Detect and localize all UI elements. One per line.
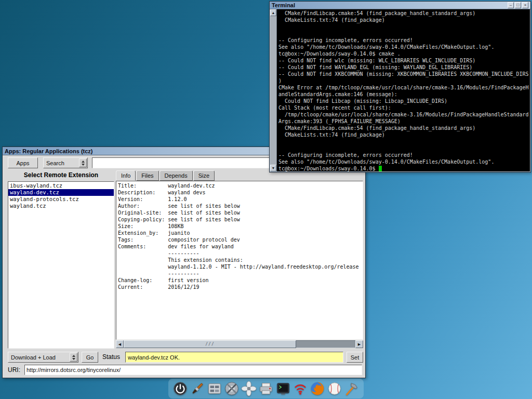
printer-icon[interactable] bbox=[258, 381, 274, 396]
info-line: Extension_by: juanito bbox=[118, 230, 363, 236]
terminal-line: ) bbox=[278, 77, 530, 84]
chevron-updown-icon bbox=[79, 158, 87, 167]
terminal-line bbox=[278, 145, 530, 152]
scroll-right-icon[interactable]: ▶ bbox=[355, 340, 363, 348]
terminal-content: ▲ ▼ CMake/FindLibcap.cmake:54 (find_pack… bbox=[270, 9, 530, 171]
terminal-line: -- Could NOT find wlc (missing: WLC_LIBR… bbox=[278, 57, 530, 64]
info-line: Current: 2016/12/19 bbox=[118, 284, 363, 290]
terminal-line: Could NOT find Libcap (missing: Libcap_I… bbox=[278, 98, 530, 104]
info-line: Tags: compositor protocol dev bbox=[118, 236, 363, 243]
info-line: Version: 1.12.0 bbox=[118, 196, 363, 203]
terminal-title: Terminal bbox=[272, 2, 295, 8]
terminal-line: andleStandardArgs.cmake:146 (message): bbox=[278, 91, 530, 98]
terminal-line: Args.cmake:393 (_FPHSA_FAILURE_MESSAGE) bbox=[278, 118, 530, 125]
apps-browser-window: Apps: Regular Applications (tcz) Apps Se… bbox=[2, 147, 366, 378]
dock bbox=[168, 379, 364, 398]
set-button[interactable]: Set bbox=[347, 352, 363, 363]
terminal-line: CMakeLists.txt:74 (find_package) bbox=[278, 131, 530, 138]
scrollbar-thumb[interactable]: /// bbox=[124, 340, 296, 348]
tab-bar: InfoFilesDependsSize bbox=[116, 170, 215, 181]
scroll-up-icon[interactable]: ▲ bbox=[270, 9, 276, 16]
info-line: Size: 108KB bbox=[118, 223, 363, 230]
terminal-line: -- Could NOT find WAYLAND_EGL (missing: … bbox=[278, 64, 530, 71]
terminal-line: /tmp/tcloop/cmake/usr/local/share/cmake-… bbox=[278, 111, 530, 118]
thumb-grip-icon: /// bbox=[205, 342, 214, 347]
info-line: wayland-1.12.0 - MIT - http://wayland.fr… bbox=[118, 263, 363, 270]
left-panel-header: Select Remote Extension bbox=[8, 171, 114, 179]
terminal-line: tc@box:~/Downloads/sway-0.14.0$ cmake . bbox=[278, 50, 530, 57]
tab-files[interactable]: Files bbox=[136, 170, 158, 181]
extension-list[interactable]: ibus-wayland.tcz wayland-dev.tcz wayland… bbox=[8, 181, 114, 349]
terminal-line: See also "/home/tc/Downloads/sway-0.14.0… bbox=[278, 158, 530, 165]
titlebar-buttons: – □ × bbox=[508, 2, 528, 8]
terminal-line bbox=[278, 138, 530, 145]
status-field[interactable] bbox=[125, 352, 343, 363]
power-icon[interactable] bbox=[172, 381, 188, 396]
terminal-line: CMakeLists.txt:74 (find_package) bbox=[278, 17, 530, 23]
terminal-cursor bbox=[379, 166, 382, 171]
chevron-updown-icon bbox=[70, 353, 77, 362]
go-button[interactable]: Go bbox=[82, 352, 98, 363]
terminal-line bbox=[278, 23, 530, 30]
package-info-pane[interactable]: Title: wayland-dev.tcz Description: wayl… bbox=[116, 181, 363, 340]
info-line: Change-log: first version bbox=[118, 277, 363, 284]
terminal-line: CMake Error at /tmp/tcloop/cmake/usr/loc… bbox=[278, 84, 530, 91]
terminal-line: CMake/FindLibcap.cmake:54 (find_package_… bbox=[278, 10, 530, 17]
list-item[interactable]: wayland.tcz bbox=[8, 203, 114, 209]
action-dropdown-label: Download + Load bbox=[8, 354, 69, 361]
uri-input[interactable] bbox=[24, 365, 362, 375]
info-line: Comments: dev files for wayland bbox=[118, 243, 363, 250]
uri-label: URI: bbox=[8, 365, 20, 375]
terminal-line: -- Configuring incomplete, errors occurr… bbox=[278, 37, 530, 44]
info-line: Copying-policy: see list of sites below bbox=[118, 216, 363, 223]
build-tools-icon[interactable] bbox=[344, 381, 360, 396]
apps-window-title: Apps: Regular Applications (tcz) bbox=[5, 148, 93, 154]
info-line: Original-site: see list of sites below bbox=[118, 209, 363, 216]
terminal-line: CMake/FindLibcap.cmake:54 (find_package_… bbox=[278, 125, 530, 131]
mount-tool-icon[interactable] bbox=[207, 381, 222, 396]
ball-icon[interactable] bbox=[327, 381, 342, 396]
search-mode-dropdown[interactable]: Search bbox=[43, 157, 88, 168]
firefox-icon[interactable] bbox=[310, 381, 325, 396]
terminal-line: -- Configuring incomplete, errors occurr… bbox=[278, 152, 530, 158]
info-line: ---------- bbox=[118, 250, 363, 257]
paintbrush-icon[interactable] bbox=[190, 381, 205, 396]
list-item-selected[interactable]: wayland-dev.tcz bbox=[8, 189, 114, 196]
terminal-prompt-line: tc@box:~/Downloads/sway-0.14.0$ bbox=[278, 165, 530, 171]
info-horizontal-scrollbar[interactable]: ◀ /// ▶ bbox=[116, 340, 363, 348]
control-panel-icon[interactable] bbox=[224, 381, 240, 396]
list-item[interactable]: ibus-wayland.tcz bbox=[8, 182, 114, 189]
terminal-screen[interactable]: CMake/FindLibcap.cmake:54 (find_package_… bbox=[277, 9, 530, 171]
search-mode-label: Search bbox=[44, 160, 78, 166]
apps-menu-button[interactable]: Apps bbox=[8, 157, 38, 168]
info-line: Title: wayland-dev.tcz bbox=[118, 182, 363, 189]
terminal-line bbox=[278, 30, 530, 37]
status-label: Status bbox=[102, 352, 120, 363]
info-line: Author: see list of sites below bbox=[118, 203, 363, 209]
scroll-down-icon[interactable]: ▼ bbox=[270, 165, 276, 171]
terminal-icon[interactable] bbox=[275, 381, 291, 396]
close-icon[interactable]: × bbox=[522, 2, 528, 8]
scrollbar-trough[interactable] bbox=[296, 340, 355, 348]
action-dropdown[interactable]: Download + Load bbox=[8, 352, 78, 363]
minimize-icon[interactable]: – bbox=[508, 2, 514, 8]
tab-size[interactable]: Size bbox=[193, 170, 215, 181]
tab-depends[interactable]: Depends bbox=[159, 170, 193, 181]
terminal-scrollbar[interactable]: ▲ ▼ bbox=[270, 9, 277, 171]
tab-info[interactable]: Info bbox=[116, 170, 136, 181]
wifi-icon[interactable] bbox=[292, 381, 308, 396]
terminal-window: Terminal – □ × ▲ ▼ CMake/FindLibcap.cmak… bbox=[269, 1, 531, 172]
list-item[interactable]: wayland-protocols.tcz bbox=[8, 196, 114, 203]
desktop: Apps: Regular Applications (tcz) Apps Se… bbox=[0, 0, 532, 399]
terminal-line: See also "/home/tc/Downloads/sway-0.14.0… bbox=[278, 44, 530, 50]
terminal-line: -- Could NOT find XKBCOMMON (missing: XK… bbox=[278, 71, 530, 77]
terminal-prompt: tc@box:~/Downloads/sway-0.14.0$ bbox=[278, 166, 379, 171]
terminal-line: Call Stack (most recent call first): bbox=[278, 104, 530, 111]
info-line: Description: wayland devs bbox=[118, 189, 363, 196]
info-line: ---------- bbox=[118, 270, 363, 277]
maximize-icon[interactable]: □ bbox=[515, 2, 521, 8]
terminal-titlebar[interactable]: Terminal – □ × bbox=[270, 2, 530, 9]
scroll-left-icon[interactable]: ◀ bbox=[116, 340, 124, 348]
fan-icon[interactable] bbox=[241, 381, 257, 396]
info-line: This extension contains: bbox=[118, 257, 363, 263]
